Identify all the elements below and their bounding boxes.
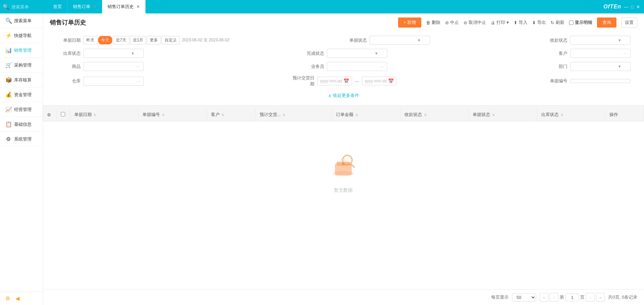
collapse-up-icon: ∧ <box>328 93 332 98</box>
date-btn-1month[interactable]: 近1月 <box>130 36 146 44</box>
cancel-stop-icon: ⊘ <box>464 20 467 25</box>
col-amount[interactable]: 订单金额 ⇅ <box>332 108 400 121</box>
close-btn[interactable]: ✕ <box>636 4 640 9</box>
delete-button[interactable]: 🗑 删除 <box>426 20 440 26</box>
new-button[interactable]: + 新增 <box>398 17 421 28</box>
tab-sales-order-history-close[interactable]: ✕ <box>136 4 140 9</box>
col-bill-sort-icon: ⇅ <box>492 113 495 117</box>
delivery-start-wrap[interactable]: yyyy-mm-dd 📅 <box>317 77 352 85</box>
delivery-start-input[interactable]: yyyy-mm-dd <box>320 79 342 83</box>
sidebar-item-quick-nav[interactable]: ⚡ 快捷导航 <box>0 28 43 43</box>
delivery-date-wrap: yyyy-mm-dd 📅 — yyyy-mm-dd 📅 <box>317 77 397 85</box>
search-bar[interactable]: 🔍 <box>0 0 48 13</box>
date-range: 2023-06-02 至 2023-06-02 <box>182 37 229 43</box>
tab-home[interactable]: 首页 <box>48 0 68 13</box>
select-all-checkbox[interactable] <box>61 112 65 116</box>
col-out-status[interactable]: 出库状态 ⇅ <box>537 108 605 121</box>
complete-arrow-icon: ▾ <box>375 51 378 56</box>
date-btn-7days[interactable]: 近7天 <box>113 36 129 44</box>
tab-sales-order-close[interactable]: ✕ <box>93 4 96 9</box>
page-title: 销售订单历史 <box>50 18 86 27</box>
export-button[interactable]: ⬇ 导出 <box>532 20 546 26</box>
cancel-stop-button[interactable]: ⊘ 取消中止 <box>464 20 486 26</box>
date-btn-today[interactable]: 今天 <box>98 36 112 44</box>
tab-sales-order[interactable]: 销售订单 ✕ <box>68 0 102 13</box>
col-no[interactable]: 单据编号 ⇅ <box>138 108 207 121</box>
inventory-icon: 📦 <box>5 77 11 83</box>
dept-arrow-icon: ▾ <box>618 64 621 69</box>
per-page-select[interactable]: 50 100 200 <box>512 293 536 302</box>
show-detail-checkbox-wrap[interactable]: 显示明细 <box>569 20 592 26</box>
customer-label: 客户 <box>543 50 570 56</box>
prev-page-btn[interactable]: ‹ <box>550 293 558 302</box>
delivery-end-wrap[interactable]: yyyy-mm-dd 📅 <box>362 77 397 85</box>
date-btn-yesterday[interactable]: 昨天 <box>83 36 97 44</box>
stop-button[interactable]: ⊘ 中止 <box>445 20 459 26</box>
dept-select[interactable]: ▾ <box>570 62 631 71</box>
date-btn-custom[interactable]: 自定义 <box>162 36 180 44</box>
delivery-end-cal-icon[interactable]: 📅 <box>388 78 394 84</box>
warehouse-label: 仓库 <box>56 78 83 84</box>
date-btn-more[interactable]: 更多 <box>147 36 161 44</box>
order-no-input[interactable] <box>570 79 631 83</box>
col-customer[interactable]: 客户 ⇅ <box>207 108 255 121</box>
col-date[interactable]: 单据日期 ⇅ <box>70 108 138 121</box>
quick-nav-icon: ⚡ <box>5 32 11 39</box>
customer-dots[interactable]: ··· <box>623 51 627 56</box>
sidebar-item-finance[interactable]: 💰 资金管理 <box>0 87 43 102</box>
sidebar-item-operation-label: 经营管理 <box>14 107 32 113</box>
sidebar-item-operation[interactable]: 📈 经营管理 <box>0 102 43 117</box>
col-no-sort-icon: ⇅ <box>162 113 165 117</box>
print-button[interactable]: 🖨 打印 ▾ <box>491 20 509 26</box>
last-page-btn[interactable]: » <box>596 293 605 302</box>
outstock-label: 出库状态 <box>56 50 83 56</box>
sidebar-item-finance-label: 资金管理 <box>14 92 32 98</box>
empty-state: 暂无数据 <box>43 121 644 220</box>
goods-input[interactable]: ··· <box>83 62 144 71</box>
sidebar-item-basic[interactable]: 📋 基础信息 <box>0 117 43 132</box>
col-delivery[interactable]: 预计交货... ⇅ <box>255 108 332 121</box>
pagination-nav: « ‹ 第 页 › » <box>540 293 605 302</box>
page-input[interactable] <box>565 294 579 301</box>
sidebar-item-sales[interactable]: 📊 销售管理 <box>0 43 43 58</box>
outstock-select[interactable]: ▾ <box>83 49 144 58</box>
collapse-bar[interactable]: ∧ 收起更多条件 <box>56 91 631 101</box>
goods-dots[interactable]: ··· <box>136 64 140 69</box>
delivery-start-cal-icon[interactable]: 📅 <box>343 78 349 84</box>
table-settings-col[interactable]: ⚙ <box>43 108 56 121</box>
col-bill-status[interactable]: 单据状态 ⇅ <box>469 108 537 121</box>
salesman-dots[interactable]: ··· <box>380 64 384 69</box>
payment-select[interactable]: ▾ <box>570 36 631 45</box>
sidebar-item-system[interactable]: ⚙ 系统管理 <box>0 132 43 147</box>
filter-row-4: 仓库 ··· 预计交货日期 yyyy-mm-dd 📅 — <box>56 75 631 87</box>
salesman-label: 业务员 <box>300 64 327 70</box>
query-button[interactable]: 查询 <box>597 17 616 28</box>
minimize-btn[interactable]: — <box>624 4 628 9</box>
import-button[interactable]: ⬆ 导入 <box>514 20 527 26</box>
sidebar-item-search-menu[interactable]: 🔍 搜索菜单 <box>0 13 43 28</box>
settings-button[interactable]: 设置 <box>621 17 637 28</box>
col-payment[interactable]: 收款状态 ⇅ <box>400 108 469 121</box>
sidebar-settings-icon[interactable]: ⚙ <box>5 295 10 302</box>
warehouse-input[interactable]: ··· <box>83 77 144 86</box>
table-checkbox-col[interactable] <box>56 108 70 121</box>
complete-select[interactable]: ▾ <box>327 49 387 58</box>
show-detail-checkbox[interactable] <box>569 21 573 25</box>
maximize-btn[interactable]: □ <box>631 4 634 9</box>
sidebar-item-purchase[interactable]: 🛒 采购管理 <box>0 58 43 73</box>
empty-state-row: 暂无数据 <box>43 121 644 221</box>
next-page-btn[interactable]: › <box>586 293 595 302</box>
sidebar-item-inventory[interactable]: 📦 库存核算 <box>0 73 43 87</box>
delivery-end-input[interactable]: yyyy-mm-dd <box>365 79 387 83</box>
first-page-btn[interactable]: « <box>540 293 548 302</box>
refresh-button[interactable]: ↻ 刷新 <box>551 20 564 26</box>
customer-input[interactable]: ··· <box>570 49 631 58</box>
salesman-input[interactable]: ··· <box>327 62 387 71</box>
settings-icon[interactable]: ⚙ <box>47 112 51 117</box>
col-action: 操作 <box>605 108 644 121</box>
tab-sales-order-history[interactable]: 销售订单历史 ✕ <box>102 0 145 13</box>
sidebar-collapse-icon[interactable]: ◀ <box>15 295 19 302</box>
search-input[interactable] <box>11 4 45 9</box>
status-select[interactable]: ▾ <box>370 36 430 45</box>
warehouse-dots[interactable]: ··· <box>136 79 140 84</box>
